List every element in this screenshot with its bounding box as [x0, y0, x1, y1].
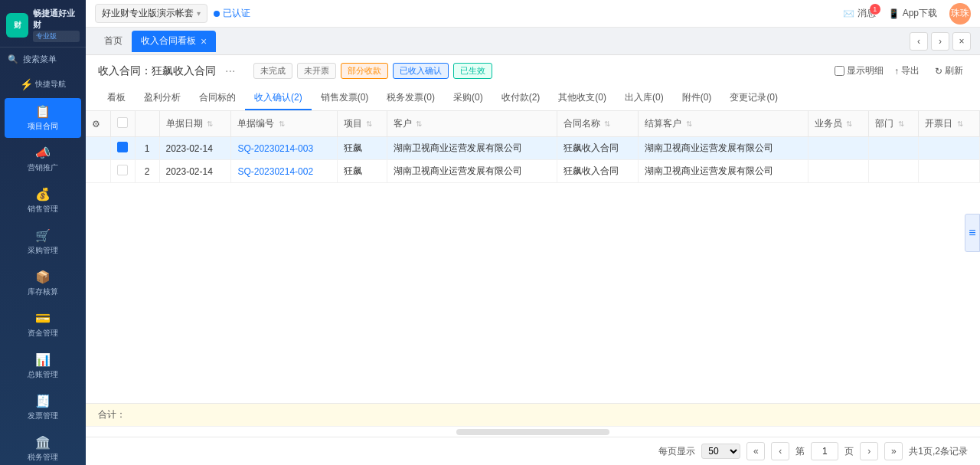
sidebar-item-project[interactable]: 📋 项目合同 [5, 98, 81, 138]
th-project[interactable]: 项目 ⇅ [338, 111, 387, 137]
sort-customer-icon: ⇅ [416, 120, 422, 128]
row1-open-date [919, 137, 980, 160]
status-partial[interactable]: 部分收款 [341, 63, 388, 79]
app-download-btn[interactable]: 📱 App下载 [888, 7, 937, 20]
per-page-select[interactable]: 20 50 100 200 [701, 444, 740, 459]
th-date[interactable]: 单据日期 ⇅ [159, 111, 231, 137]
th-salesperson[interactable]: 业务员 ⇅ [808, 111, 868, 137]
first-page-btn[interactable]: « [746, 442, 765, 460]
search-menu[interactable]: 🔍 搜索菜单 [0, 47, 86, 71]
row1-check[interactable] [110, 137, 135, 160]
row2-department [869, 160, 919, 183]
page-actions: 显示明细 ↑ 导出 ↻ 刷新 [835, 63, 968, 79]
tab-changes[interactable]: 变更记录(0) [720, 87, 787, 110]
horizontal-scrollbar[interactable] [456, 429, 609, 435]
tab-nav-close[interactable]: × [952, 32, 971, 51]
message-btn[interactable]: ✉️ 消息 1 [843, 7, 876, 20]
tab-tax-invoice[interactable]: 税务发票(0) [377, 87, 444, 110]
sidebar-item-tax[interactable]: 🏛️ 税务管理 [5, 429, 81, 465]
th-code[interactable]: 单据编号 ⇅ [231, 111, 338, 137]
tab-sales-invoice[interactable]: 销售发票(0) [312, 87, 378, 110]
search-icon: 🔍 [8, 54, 18, 64]
sidebar-item-purchase[interactable]: 🛒 采购管理 [5, 222, 81, 262]
sort-code-icon: ⇅ [279, 120, 285, 128]
row1-result-customer: 湖南卫视商业运营发展有限公司 [639, 137, 808, 160]
th-department[interactable]: 部门 ⇅ [869, 111, 919, 137]
sort-date-icon: ⇅ [207, 120, 213, 128]
tab-nav-next[interactable]: › [931, 32, 949, 51]
table-row[interactable]: 1 2023-02-14 SQ-20230214-003 狂飙 湖南卫视商业运营… [86, 137, 980, 160]
sort-project-icon: ⇅ [366, 120, 372, 128]
show-detail-check[interactable]: 显示明细 [835, 64, 884, 77]
sidebar-item-inventory[interactable]: 📦 库存核算 [5, 264, 81, 303]
invoice-icon: 🧾 [35, 394, 51, 408]
inner-tabs: 看板 盈利分析 合同标的 收入确认(2) 销售发票(0) 税务发票(0) [98, 87, 968, 110]
tab-attachments[interactable]: 附件(0) [673, 87, 721, 110]
main-area: 好业财专业版演示帐套 ▾ 已认证 ✉️ 消息 1 📱 App下载 珠珠 首页 [86, 0, 980, 465]
th-contract-name[interactable]: 合同名称 ⇅ [557, 111, 639, 137]
sidebar-item-invoice[interactable]: 🧾 发票管理 [5, 388, 81, 427]
row2-code-link[interactable]: SQ-20230214-002 [237, 166, 313, 177]
side-action-btn[interactable]: ≡ [965, 214, 980, 252]
next-page-btn[interactable]: › [860, 442, 878, 460]
sidebar-item-fund[interactable]: 💳 资金管理 [5, 305, 81, 345]
th-customer[interactable]: 客户 ⇅ [387, 111, 557, 137]
contract-tab[interactable]: 收入合同看板 × [132, 31, 216, 52]
page-header: 收入合同：狂飙收入合同 ··· 未完成 未开票 部分收款 已收入确认 已生效 显… [86, 55, 980, 111]
prev-page-btn[interactable]: ‹ [771, 442, 789, 460]
row2-contract: 狂飙收入合同 [557, 160, 639, 183]
tab-confirm[interactable]: 收入确认(2) [245, 87, 312, 110]
user-avatar[interactable]: 珠珠 [949, 3, 971, 25]
row2-no: 2 [135, 160, 159, 183]
status-confirmed[interactable]: 已收入确认 [393, 63, 449, 79]
tab-nav-prev[interactable]: ‹ [910, 32, 928, 51]
table-row[interactable]: 2 2023-02-14 SQ-20230214-002 狂飙 湖南卫视商业运营… [86, 160, 980, 183]
tab-inout[interactable]: 出入库(0) [616, 87, 673, 110]
sidebar-item-marketing[interactable]: 📣 营销推广 [5, 139, 81, 179]
company-name: 好业财专业版演示帐套 [102, 7, 194, 20]
row1-checkbox[interactable] [117, 142, 128, 152]
row1-department [869, 137, 919, 160]
tab-other[interactable]: 其他收支(0) [549, 87, 616, 110]
status-not-invoiced[interactable]: 未开票 [297, 63, 336, 79]
row2-checkbox[interactable] [117, 165, 128, 175]
refresh-btn[interactable]: ↻ 刷新 [930, 63, 968, 79]
row1-settings [86, 137, 110, 160]
tab-payment[interactable]: 收付款(2) [492, 87, 550, 110]
show-detail-checkbox[interactable] [835, 66, 844, 76]
row1-project: 狂飙 [338, 137, 387, 160]
row2-customer: 湖南卫视商业运营发展有限公司 [387, 160, 557, 183]
tab-profit[interactable]: 盈利分析 [135, 87, 190, 110]
message-icon: ✉️ [843, 8, 854, 19]
tab-close-btn[interactable]: × [201, 35, 207, 47]
sidebar-item-sales[interactable]: 💰 销售管理 [5, 181, 81, 221]
export-btn[interactable]: ↑ 导出 [890, 63, 924, 79]
logo-icon: 财 [6, 13, 28, 38]
row2-code[interactable]: SQ-20230214-002 [231, 160, 338, 183]
row1-contract: 狂飙收入合同 [557, 137, 639, 160]
status-effective[interactable]: 已生效 [453, 63, 492, 79]
select-all-checkbox[interactable] [117, 117, 128, 128]
more-btn[interactable]: ··· [225, 64, 235, 78]
app-logo: 财 畅捷通好业财 专业版 [0, 0, 86, 47]
quick-nav[interactable]: ⚡ 快捷导航 [5, 72, 81, 97]
tabbar: 首页 收入合同看板 × ‹ › × [86, 28, 980, 55]
tab-standard[interactable]: 合同标的 [190, 87, 245, 110]
page-input[interactable] [811, 442, 838, 460]
row1-date: 2023-02-14 [159, 137, 231, 160]
th-result-customer[interactable]: 结算客户 ⇅ [639, 111, 808, 137]
th-check[interactable] [110, 111, 135, 137]
tab-purchase[interactable]: 采购(0) [444, 87, 492, 110]
row1-code-link[interactable]: SQ-20230214-003 [237, 143, 313, 154]
th-settings[interactable]: ⚙ [86, 111, 110, 137]
home-tab[interactable]: 首页 [95, 34, 132, 47]
sidebar-item-general[interactable]: 📊 总账管理 [5, 346, 81, 386]
sidebar: 财 畅捷通好业财 专业版 🔍 搜索菜单 ⚡ 快捷导航 📋 项目合同 📣 营销推广… [0, 0, 86, 465]
row1-code[interactable]: SQ-20230214-003 [231, 137, 338, 160]
tab-board[interactable]: 看板 [98, 87, 135, 110]
last-page-btn[interactable]: » [884, 442, 903, 460]
company-selector[interactable]: 好业财专业版演示帐套 ▾ [95, 4, 207, 23]
th-open-date[interactable]: 开票日 ⇅ [919, 111, 980, 137]
status-incomplete[interactable]: 未完成 [253, 63, 292, 79]
row2-check[interactable] [110, 160, 135, 183]
